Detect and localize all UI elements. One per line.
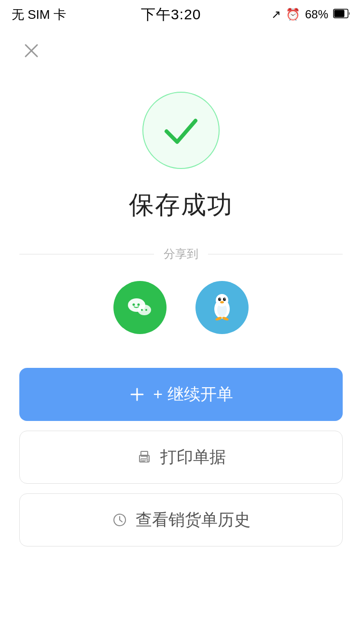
share-icons: [19, 281, 343, 334]
status-right: ↗ ⏰ 68%: [271, 8, 350, 21]
print-receipt-label: 打印单据: [160, 446, 226, 468]
print-receipt-button[interactable]: 打印单据: [19, 431, 343, 484]
alarm-icon: ⏰: [286, 8, 300, 21]
wechat-share-button[interactable]: [113, 281, 167, 334]
battery-text: 68%: [305, 8, 328, 21]
status-bar: 无 SIM 卡 下午3:20 ↗ ⏰ 68%: [0, 0, 362, 29]
check-circle-icon: [142, 92, 220, 169]
svg-point-8: [141, 309, 143, 311]
svg-point-16: [224, 298, 225, 299]
actions-section: + 继续开单 打印单据 查看销货单历史: [0, 368, 362, 546]
share-label: 分享到: [164, 246, 198, 262]
view-history-button[interactable]: 查看销货单历史: [19, 493, 343, 546]
svg-point-7: [138, 304, 140, 306]
battery-icon: [333, 8, 350, 21]
svg-rect-1: [334, 10, 344, 17]
time-display: 下午3:20: [141, 5, 201, 25]
carrier-text: 无 SIM 卡: [12, 6, 66, 23]
share-section: 分享到: [0, 246, 362, 368]
success-title: 保存成功: [129, 188, 233, 222]
svg-point-9: [145, 309, 147, 311]
svg-point-6: [133, 304, 135, 306]
svg-line-30: [120, 520, 122, 522]
continue-order-button[interactable]: + 继续开单: [19, 368, 343, 421]
qq-share-button[interactable]: [195, 281, 249, 334]
divider-line-right: [208, 254, 343, 254]
share-divider: 分享到: [19, 246, 343, 262]
divider-line-left: [19, 254, 154, 254]
continue-order-label: + 继续开单: [153, 383, 233, 406]
history-icon: [111, 512, 128, 528]
location-icon: ↗: [271, 8, 281, 21]
svg-point-13: [218, 298, 221, 301]
svg-point-15: [220, 298, 221, 299]
status-left: 无 SIM 卡: [12, 6, 71, 23]
printer-icon: [136, 449, 153, 465]
close-button[interactable]: [19, 39, 43, 63]
svg-point-5: [138, 305, 151, 315]
close-area: [0, 29, 362, 63]
svg-point-27: [147, 457, 148, 458]
view-history-label: 查看销货单历史: [136, 509, 251, 531]
success-area: 保存成功: [0, 63, 362, 246]
svg-point-12: [216, 294, 228, 307]
svg-point-17: [220, 301, 224, 304]
plus-icon: [129, 386, 145, 403]
svg-point-14: [223, 298, 226, 301]
